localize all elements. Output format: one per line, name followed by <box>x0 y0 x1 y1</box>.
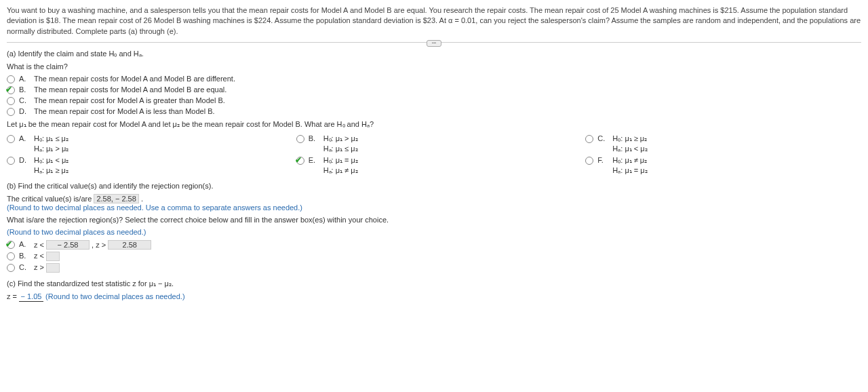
rr-text: z > <box>34 263 44 271</box>
choice-text: The mean repair costs for Model A and Mo… <box>34 75 235 83</box>
hyp-h0: H₀: μ₁ ≥ μ₂ <box>612 134 647 143</box>
hyp-h0: H₀: μ₁ < μ₂ <box>34 156 68 165</box>
hyp-choice-d[interactable]: D. H₀: μ₁ < μ₂ Hₐ: μ₁ ≥ μ₂ <box>7 156 283 175</box>
choice-letter: C. <box>19 263 30 271</box>
radio-icon <box>7 97 15 105</box>
claim-choice-d[interactable]: D. The mean repair cost for Model A is l… <box>7 107 861 116</box>
choice-letter: C. <box>19 96 30 104</box>
part-c-prompt: (c) Find the standardized test statistic… <box>7 279 861 288</box>
choice-letter: C. <box>597 134 608 142</box>
radio-icon <box>7 135 15 143</box>
z-line: z = − 1.05 (Round to two decimal places … <box>7 292 861 302</box>
radio-icon <box>296 135 304 143</box>
rr-input-empty[interactable] <box>46 252 60 261</box>
claim-choice-c[interactable]: C. The mean repair cost for Model A is g… <box>7 96 861 105</box>
hyp-ha: Hₐ: μ₁ > μ₂ <box>34 144 68 153</box>
hyp-choice-f[interactable]: F. H₀: μ₁ ≠ μ₂ Hₐ: μ₁ = μ₂ <box>585 156 861 175</box>
choice-letter: B. <box>309 134 319 142</box>
choice-letter: A. <box>19 240 30 248</box>
radio-icon <box>7 75 15 83</box>
choice-letter: B. <box>19 85 30 94</box>
hyp-h0: H₀: μ₁ = μ₂ <box>323 156 358 165</box>
hyp-ha: Hₐ: μ₁ ≥ μ₂ <box>34 166 68 175</box>
cv-after: . <box>141 195 143 203</box>
radio-icon <box>585 135 593 143</box>
choice-text: The mean repair cost for Model A is grea… <box>34 96 225 104</box>
choice-text: The mean repair cost for Model A is less… <box>34 107 215 115</box>
choice-letter: A. <box>19 134 30 142</box>
section-divider: ••• <box>7 42 861 43</box>
choice-letter: E. <box>309 156 319 164</box>
rr-note: (Round to two decimal places as needed.) <box>7 228 861 236</box>
radio-icon <box>7 252 15 260</box>
rr-text: z < <box>34 241 44 249</box>
hyp-ha: Hₐ: μ₁ ≤ μ₂ <box>323 144 358 153</box>
hyp-ha: Hₐ: μ₁ < μ₂ <box>612 144 647 153</box>
part-b-prompt: (b) Find the critical value(s) and ident… <box>7 182 861 190</box>
radio-icon <box>296 157 304 165</box>
hyp-choice-a[interactable]: A. H₀: μ₁ ≤ μ₂ Hₐ: μ₁ > μ₂ <box>7 134 283 153</box>
choice-letter: F. <box>597 156 608 164</box>
radio-icon <box>7 241 15 249</box>
radio-icon <box>7 108 15 116</box>
problem-statement: You want to buy a washing machine, and a… <box>7 5 861 37</box>
rr-choice-c[interactable]: C. z > <box>7 263 861 273</box>
choice-letter: D. <box>19 107 30 115</box>
choice-text: The mean repair costs for Model A and Mo… <box>34 85 226 94</box>
hyp-h0: H₀: μ₁ ≤ μ₂ <box>34 134 68 143</box>
rr-prompt: What is/are the rejection region(s)? Sel… <box>7 216 861 224</box>
choice-letter: A. <box>19 75 30 83</box>
claim-choice-b[interactable]: B. The mean repair costs for Model A and… <box>7 85 861 94</box>
cv-note: (Round to two decimal places as needed. … <box>7 203 861 212</box>
part-a-prompt: (a) Identify the claim and state H₀ and … <box>7 50 861 58</box>
hyp-choice-e[interactable]: E. H₀: μ₁ = μ₂ Hₐ: μ₁ ≠ μ₂ <box>296 156 572 175</box>
z-answer-input[interactable]: − 1.05 <box>19 292 43 302</box>
hypothesis-prompt: Let μ₁ be the mean repair cost for Model… <box>7 120 861 129</box>
cv-label: The critical value(s) is/are <box>7 195 92 203</box>
part-a-question: What is the claim? <box>7 62 861 71</box>
hyp-choice-c[interactable]: C. H₀: μ₁ ≥ μ₂ Hₐ: μ₁ < μ₂ <box>585 134 861 153</box>
hyp-choice-b[interactable]: B. H₀: μ₁ > μ₂ Hₐ: μ₁ ≤ μ₂ <box>296 134 572 153</box>
rr-text-mid: , z > <box>92 241 106 249</box>
radio-icon <box>7 264 15 272</box>
choice-letter: D. <box>19 156 30 164</box>
rr-choice-a[interactable]: A. z < − 2.58 , z > 2.58 <box>7 240 861 250</box>
radio-icon <box>7 157 15 165</box>
hyp-ha: Hₐ: μ₁ ≠ μ₂ <box>323 166 358 175</box>
cv-answer-input[interactable]: 2.58, − 2.58 <box>94 194 138 203</box>
claim-choice-a[interactable]: A. The mean repair costs for Model A and… <box>7 75 861 83</box>
z-note: (Round to two decimal places as needed.) <box>45 292 184 300</box>
hyp-h0: H₀: μ₁ > μ₂ <box>323 134 358 143</box>
choice-letter: B. <box>19 252 30 260</box>
rr-input-empty[interactable] <box>46 263 60 273</box>
rr-input-1[interactable]: − 2.58 <box>46 240 90 250</box>
radio-icon <box>7 86 15 94</box>
critical-value-line: The critical value(s) is/are 2.58, − 2.5… <box>7 194 861 203</box>
rr-text: z < <box>34 252 44 260</box>
rr-input-2[interactable]: 2.58 <box>108 240 151 250</box>
hyp-h0: H₀: μ₁ ≠ μ₂ <box>612 156 647 165</box>
rr-choice-b[interactable]: B. z < <box>7 252 861 261</box>
radio-icon <box>585 157 593 165</box>
expand-button[interactable]: ••• <box>427 40 441 47</box>
hyp-ha: Hₐ: μ₁ = μ₂ <box>612 166 647 175</box>
z-label: z = <box>7 292 17 300</box>
